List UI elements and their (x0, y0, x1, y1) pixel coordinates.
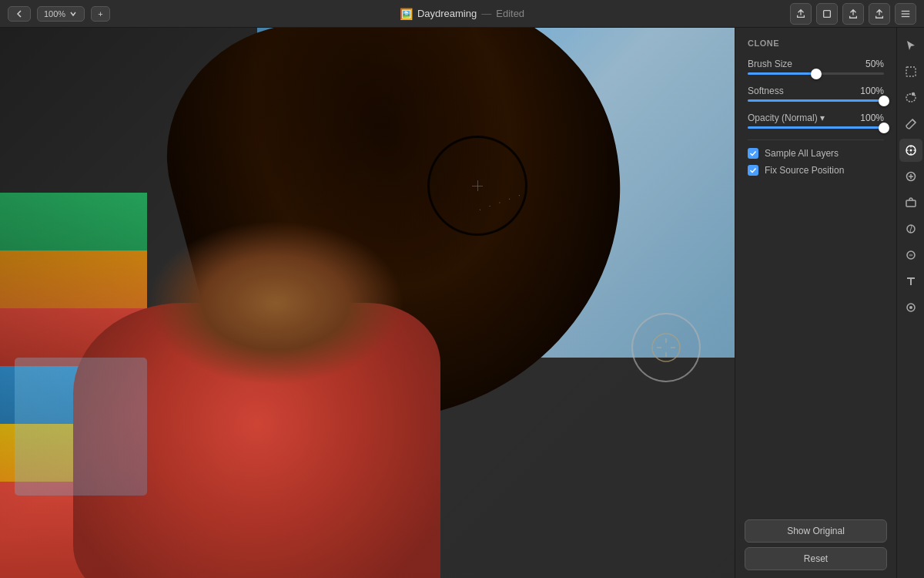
softness-label: Softness (748, 86, 784, 96)
titlebar: 100% + 🖼️ Daydreaming — Edited (0, 0, 924, 28)
document-icon: 🖼️ (400, 8, 413, 20)
document-status: Edited (496, 8, 524, 19)
softness-control: Softness 100% (748, 86, 884, 102)
opacity-label: Opacity (Normal) ▾ (748, 113, 860, 123)
panel-divider (748, 139, 884, 140)
main-layout: CLONE Brush Size 50% Softness 100% (0, 28, 924, 578)
text-hint-bg (15, 358, 147, 496)
dodge-burn-tool[interactable] (899, 217, 922, 240)
brush-size-thumb[interactable] (811, 69, 822, 79)
menu-button[interactable] (895, 3, 916, 25)
new-tab-button[interactable]: + (91, 6, 109, 22)
titlebar-left: 100% + (8, 6, 110, 22)
svg-point-24 (909, 306, 912, 309)
marquee-select-tool[interactable] (899, 60, 922, 83)
zoom-selector[interactable]: 100% (37, 6, 85, 22)
svg-point-12 (909, 150, 912, 152)
opacity-dropdown-arrow[interactable]: ▾ (820, 113, 825, 123)
opacity-fill (748, 126, 884, 129)
opacity-thumb[interactable] (879, 123, 889, 133)
show-original-button[interactable]: Show Original (745, 519, 887, 543)
titlebar-center: 🖼️ Daydreaming — Edited (400, 8, 524, 20)
clone-stamp-tool[interactable] (899, 139, 922, 162)
softness-track[interactable] (748, 99, 884, 102)
svg-rect-0 (824, 10, 831, 17)
panel-title: CLONE (748, 39, 884, 48)
svg-rect-20 (906, 200, 916, 207)
share-button[interactable] (790, 3, 812, 25)
sharpen-blur-tool[interactable] (899, 244, 922, 267)
svg-point-10 (912, 93, 914, 96)
opacity-track[interactable] (748, 126, 884, 129)
brush-size-value: 50% (865, 59, 884, 69)
sample-all-layers-label: Sample All Layers (765, 148, 839, 159)
softness-thumb[interactable] (879, 96, 889, 106)
clone-panel: CLONE Brush Size 50% Softness 100% (735, 28, 896, 578)
reset-button[interactable]: Reset (745, 547, 887, 570)
opacity-value: 100% (860, 113, 884, 123)
brush-size-fill (748, 72, 816, 75)
titlebar-right (790, 3, 916, 25)
clone-controls: CLONE Brush Size 50% Softness 100% (735, 28, 896, 281)
erase-tool[interactable] (899, 191, 922, 214)
sample-all-layers-checkbox[interactable] (748, 148, 758, 159)
softness-row: Softness 100% (748, 86, 884, 96)
canvas-area[interactable] (0, 28, 735, 578)
opacity-row: Opacity (Normal) ▾ 100% (748, 113, 884, 123)
back-button[interactable] (8, 6, 31, 22)
text-tool[interactable] (899, 270, 922, 293)
brush-size-label: Brush Size (748, 59, 792, 69)
document-title: Daydreaming (417, 8, 477, 19)
cursor-tool[interactable] (899, 34, 922, 57)
brush-size-track[interactable] (748, 72, 884, 75)
export-button[interactable] (842, 3, 864, 25)
brush-size-control: Brush Size 50% (748, 59, 884, 75)
softness-fill (748, 99, 884, 102)
opacity-control: Opacity (Normal) ▾ 100% (748, 113, 884, 129)
heal-tool[interactable] (899, 165, 922, 188)
photo-layer (0, 28, 735, 578)
panel-spacer (735, 281, 896, 512)
fix-source-position-checkbox[interactable] (748, 165, 758, 176)
color-picker-tool[interactable] (899, 296, 922, 319)
svg-rect-9 (906, 67, 916, 76)
sample-all-layers-row: Sample All Layers (748, 148, 884, 159)
tool-panel (896, 28, 924, 578)
softness-value: 100% (860, 86, 884, 96)
fix-source-position-label: Fix Source Position (765, 165, 844, 176)
title-separator: — (481, 8, 491, 19)
upload-button[interactable] (869, 3, 890, 25)
panel-bottom-buttons: Show Original Reset (735, 512, 896, 578)
brush-tool[interactable] (899, 113, 922, 136)
lasso-tool[interactable] (899, 86, 922, 109)
fix-source-position-row: Fix Source Position (748, 165, 884, 176)
crop-button[interactable] (816, 3, 838, 25)
